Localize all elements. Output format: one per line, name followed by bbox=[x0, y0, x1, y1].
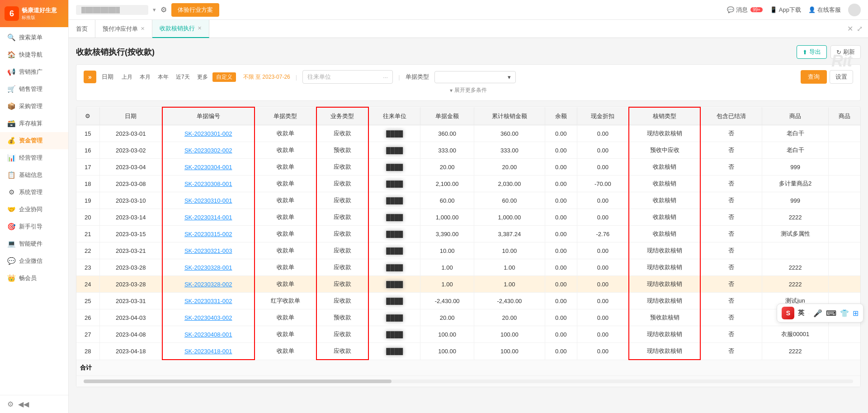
bill-link-26[interactable]: SK-20230403-002 bbox=[184, 314, 232, 321]
sidebar-item-member[interactable]: 👑畅会员 bbox=[0, 270, 68, 287]
bill-link-19[interactable]: SK-20230310-001 bbox=[184, 197, 232, 204]
settings-btn[interactable]: 设置 bbox=[830, 70, 853, 84]
sidebar-item-system[interactable]: ⚙系统管理 bbox=[0, 184, 68, 201]
sidebar-item-purchase[interactable]: 📦采购管理 bbox=[0, 98, 68, 115]
this-month-btn[interactable]: 本月 bbox=[137, 72, 153, 82]
horizontal-scrollbar[interactable] bbox=[84, 380, 853, 383]
cell-writeoff-16: 预收中应收 bbox=[629, 142, 700, 159]
cell-settled-19: 否 bbox=[700, 192, 762, 209]
dropdown-chevron-icon[interactable]: ▾ bbox=[153, 6, 156, 13]
collapse-icon[interactable]: ◀◀ bbox=[18, 400, 29, 408]
bill-type-select[interactable]: ▾ bbox=[434, 71, 516, 83]
bill-link-28[interactable]: SK-20230418-001 bbox=[184, 348, 232, 355]
last-month-btn[interactable]: 上月 bbox=[119, 72, 135, 82]
scrollbar-thumb[interactable] bbox=[84, 380, 392, 383]
shirt-icon[interactable]: 👕 bbox=[840, 309, 849, 318]
bill-link-20[interactable]: SK-20230314-001 bbox=[184, 214, 232, 221]
cell-biztype-28: 应收款 bbox=[316, 343, 369, 360]
cell-billno-17: SK-20230304-001 bbox=[162, 159, 255, 176]
col-settings[interactable]: ⚙ bbox=[76, 107, 99, 125]
cell-product-21: 测试多属性 bbox=[762, 226, 828, 242]
col-product1: 商品 bbox=[762, 107, 828, 125]
sidebar-item-sales[interactable]: 🛒销售管理 bbox=[0, 81, 68, 98]
grid-icon[interactable]: ⊞ bbox=[853, 309, 859, 318]
cell-cumulative-20: 1,000.00 bbox=[474, 209, 545, 226]
custom-date-btn[interactable]: 自定义 bbox=[212, 72, 236, 82]
close-window-icon[interactable]: ✕ bbox=[847, 24, 853, 33]
more-btn[interactable]: 更多 bbox=[194, 72, 211, 82]
cell-amount-26: 20.00 bbox=[420, 309, 474, 326]
sidebar-item-search[interactable]: 🔍搜索菜单 bbox=[0, 29, 68, 46]
cell-balance-26: 0.00 bbox=[545, 309, 577, 326]
solution-btn[interactable]: 体验行业方案 bbox=[171, 3, 219, 17]
refresh-btn[interactable]: ↻ 刷新 bbox=[830, 45, 861, 59]
sidebar-item-hardware[interactable]: 💻智能硬件 bbox=[0, 235, 68, 252]
sidebar-item-wechat[interactable]: 💬企业微信 bbox=[0, 252, 68, 270]
query-btn[interactable]: 查询 bbox=[801, 70, 827, 84]
expand-more-btn[interactable]: ▾ 展开更多条件 bbox=[84, 84, 853, 95]
counterpart-field[interactable]: 往来单位 ··· bbox=[302, 70, 393, 84]
table-row: 15 2023-03-01 SK-20230301-002 收款单 应收款 ██… bbox=[76, 125, 860, 142]
cell-date-25: 2023-03-31 bbox=[99, 293, 162, 309]
tab-close-receipt[interactable]: ✕ bbox=[198, 25, 202, 31]
this-year-btn[interactable]: 本年 bbox=[155, 72, 171, 82]
bill-link-25[interactable]: SK-20230331-002 bbox=[184, 298, 232, 304]
gear-icon[interactable]: ⚙ bbox=[160, 5, 167, 14]
sidebar-item-quick-nav[interactable]: 🏠快捷导航 bbox=[0, 46, 68, 63]
scroll-track bbox=[76, 375, 860, 387]
export-btn[interactable]: ⬆ 导出 bbox=[797, 45, 827, 59]
sidebar-item-finance[interactable]: 💰资金管理 bbox=[0, 132, 68, 149]
bill-link-27[interactable]: SK-20230408-001 bbox=[184, 331, 232, 338]
cell-product-28: 2222 bbox=[762, 343, 828, 360]
sidebar-item-operation[interactable]: 📊经营管理 bbox=[0, 149, 68, 166]
cell-settled-24: 否 bbox=[700, 276, 762, 293]
settings-icon[interactable]: ⚙ bbox=[7, 400, 14, 408]
cell-writeoff-20: 收款核销 bbox=[629, 209, 700, 226]
sidebar-item-inventory[interactable]: 🗃️库存核算 bbox=[0, 115, 68, 132]
filter-toggle-btn[interactable]: » bbox=[84, 71, 96, 83]
messages-btn[interactable]: 💬 消息 99+ bbox=[727, 6, 763, 14]
cell-discount-18: -70.00 bbox=[577, 176, 629, 192]
last-7days-btn[interactable]: 近7天 bbox=[173, 72, 193, 82]
sidebar-item-basic[interactable]: 📋基础信息 bbox=[0, 166, 68, 184]
cell-settled-17: 否 bbox=[700, 159, 762, 176]
bill-link-23[interactable]: SK-20230328-001 bbox=[184, 264, 232, 271]
cell-date-24: 2023-03-28 bbox=[99, 276, 162, 293]
sidebar-label-wechat: 企业微信 bbox=[19, 257, 42, 265]
mic-icon[interactable]: 🎤 bbox=[813, 309, 822, 318]
bill-link-21[interactable]: SK-20230315-002 bbox=[184, 231, 232, 237]
cell-biztype-18: 应收款 bbox=[316, 176, 369, 192]
cell-billno-18: SK-20230308-001 bbox=[162, 176, 255, 192]
counterpart-label: 往来单位 bbox=[307, 73, 331, 81]
bill-link-24[interactable]: SK-20230328-002 bbox=[184, 281, 232, 288]
sales-icon: 🛒 bbox=[7, 85, 15, 93]
sogou-input-bar: S 英 · 🎤 ⌨ 👕 ⊞ bbox=[777, 304, 863, 323]
cell-no-18: 18 bbox=[76, 176, 99, 192]
sidebar-item-marketing[interactable]: 📢营销推广 bbox=[0, 63, 68, 81]
keyboard-icon[interactable]: ⌨ bbox=[826, 309, 836, 318]
bill-link-16[interactable]: SK-20230302-002 bbox=[184, 147, 232, 154]
maximize-icon[interactable]: ⤢ bbox=[857, 24, 863, 33]
search-bar[interactable]: ██████████ bbox=[76, 5, 148, 15]
bill-link-22[interactable]: SK-20230321-003 bbox=[184, 247, 232, 254]
tab-home[interactable]: 首页 bbox=[69, 20, 95, 38]
tab-prepay[interactable]: 预付冲应付单✕ bbox=[95, 20, 152, 38]
cell-no-16: 16 bbox=[76, 142, 99, 159]
tab-close-prepay[interactable]: ✕ bbox=[141, 26, 145, 32]
table-row: 16 2023-03-02 SK-20230302-002 收款单 预收款 ██… bbox=[76, 142, 860, 159]
cell-cumulative-26: 20.00 bbox=[474, 309, 545, 326]
sidebar-item-newbie[interactable]: 🎯新手引导 bbox=[0, 218, 68, 235]
user-avatar[interactable] bbox=[848, 4, 861, 16]
col-balance: 余额 bbox=[545, 107, 577, 125]
cell-balance-16: 0.00 bbox=[545, 142, 577, 159]
app-download-btn[interactable]: 📱 App下载 bbox=[770, 6, 801, 14]
cell-amount-19: 60.00 bbox=[420, 192, 474, 209]
online-service-btn[interactable]: 👤 在线客服 bbox=[808, 6, 841, 14]
cell-writeoff-24: 现结收款核销 bbox=[629, 276, 700, 293]
bill-link-18[interactable]: SK-20230308-001 bbox=[184, 180, 232, 187]
tab-receipt[interactable]: 收款核销执行✕ bbox=[152, 20, 209, 38]
bill-link-17[interactable]: SK-20230304-001 bbox=[184, 164, 232, 171]
sidebar-item-enterprise[interactable]: 🤝企业协同 bbox=[0, 201, 68, 218]
bill-link-15[interactable]: SK-20230301-002 bbox=[184, 130, 232, 137]
sidebar-label-operation: 经营管理 bbox=[19, 154, 42, 162]
